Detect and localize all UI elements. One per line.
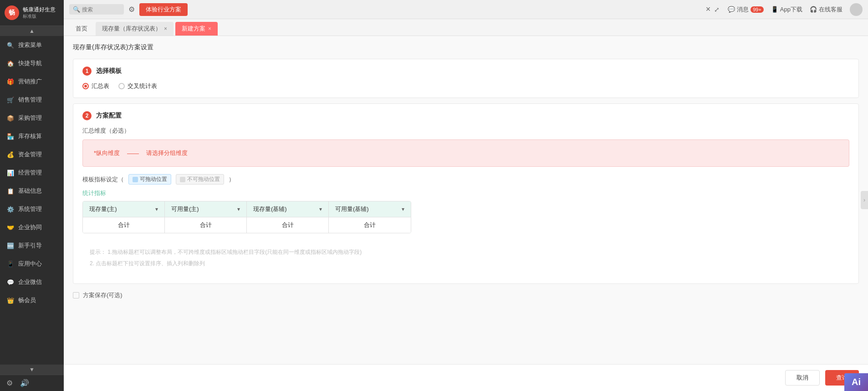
app-download-button[interactable]: 📱 App下载 <box>771 5 802 14</box>
sidebar-item-label: 应用中心 <box>18 260 42 268</box>
sidebar: 畅 畅康通好生意 标准版 ▲ 🔍 搜索菜单 🏠 快捷导航 🎁 营销推广 🛒 销售… <box>0 0 64 391</box>
tab-new-scheme[interactable]: 新建方案 × <box>175 22 218 36</box>
stats-col-label-2: 现存量(基辅) <box>253 205 287 213</box>
warehouse-icon: 🏪 <box>6 132 15 140</box>
dimension-section: 汇总维度（必选） *纵向维度 —— 请选择分组维度 <box>82 127 849 167</box>
sidebar-item-sales[interactable]: 🛒 销售管理 <box>0 91 64 109</box>
phone-icon: 📱 <box>771 6 778 13</box>
dim-vertical-label: *纵向维度 <box>94 149 120 157</box>
chevron-down-icon-0[interactable]: ▾ <box>155 206 158 212</box>
stats-table: 现存量(主) ▾ 合计 可用量(主) ▾ 合计 <box>82 201 411 233</box>
stats-table-header: 现存量(主) ▾ 合计 可用量(主) ▾ 合计 <box>83 201 411 233</box>
topbar-search-box[interactable]: 🔍 <box>69 4 124 15</box>
trial-industry-button[interactable]: 体验行业方案 <box>139 3 188 16</box>
ai-badge[interactable]: Ai <box>844 373 868 391</box>
sidebar-scroll-up[interactable]: ▲ <box>0 26 64 36</box>
radio-label-summary: 汇总表 <box>92 82 109 90</box>
topbar-right: 💬 消息 99+ 📱 App下载 🎧 在线客服 <box>728 3 863 16</box>
gear-icon[interactable]: ⚙ <box>6 379 13 387</box>
sidebar-item-label: 快捷导航 <box>18 59 42 67</box>
fixed-indicator-icon <box>180 177 185 182</box>
step2-header: 2 方案配置 <box>82 111 849 120</box>
sidebar-item-management[interactable]: 📊 经营管理 <box>0 164 64 182</box>
tab-inventory[interactable]: 现存量（库存状况表） × <box>96 22 174 36</box>
indicator-label: 模板指标设定（ 可拖动位置 不可拖动位置 ） <box>82 174 849 185</box>
sidebar-item-label: 采购管理 <box>18 114 42 122</box>
tab-new-scheme-label: 新建方案 <box>182 25 205 33</box>
collab-icon: 🤝 <box>6 223 15 232</box>
window-close-button[interactable]: × <box>706 5 711 14</box>
speaker-icon[interactable]: 🔊 <box>20 379 29 387</box>
app-download-label: App下载 <box>780 5 802 14</box>
chevron-down-icon-1[interactable]: ▾ <box>237 206 240 212</box>
sidebar-item-label: 资金管理 <box>18 150 42 159</box>
stats-col-body-2: 合计 <box>247 217 328 233</box>
topbar: 🔍 ⚙ 体验行业方案 × ⤢ 💬 消息 99+ 📱 App下载 🎧 在线客服 <box>64 0 868 19</box>
stats-col-body-3: 合计 <box>329 217 411 233</box>
apps-icon: 📱 <box>6 260 15 268</box>
stats-col-header-2[interactable]: 现存量(基辅) ▾ <box>247 201 328 217</box>
sidebar-item-guide[interactable]: 🆕 新手引导 <box>0 237 64 255</box>
sidebar-item-label: 库存核算 <box>18 132 42 140</box>
box-icon: 📦 <box>6 114 15 122</box>
sidebar-item-label: 搜索菜单 <box>18 41 42 49</box>
sidebar-item-apps[interactable]: 📱 应用中心 <box>0 255 64 273</box>
step2-number: 2 <box>82 111 92 120</box>
sidebar-item-purchase[interactable]: 📦 采购管理 <box>0 109 64 127</box>
window-expand-button[interactable]: ⤢ <box>714 6 720 13</box>
dim-placeholder[interactable]: 请选择分组维度 <box>146 149 188 157</box>
stats-col-header-3[interactable]: 可用量(基辅) ▾ <box>329 201 411 217</box>
wechat-icon: 💬 <box>6 278 15 286</box>
sidebar-item-search[interactable]: 🔍 搜索菜单 <box>0 36 64 54</box>
main-wrapper: 🔍 ⚙ 体验行业方案 × ⤢ 💬 消息 99+ 📱 App下载 🎧 在线客服 <box>64 0 868 391</box>
sidebar-item-marketing[interactable]: 🎁 营销推广 <box>0 72 64 91</box>
online-service-button[interactable]: 🎧 在线客服 <box>810 5 842 14</box>
sidebar-item-label: 销售管理 <box>18 96 42 104</box>
cancel-button[interactable]: 取消 <box>785 370 820 386</box>
step2-section: 2 方案配置 汇总维度（必选） *纵向维度 —— 请选择分组维度 模板指标设定（ <box>73 103 859 284</box>
tab-new-scheme-close[interactable]: × <box>208 26 211 32</box>
right-collapse-handle[interactable]: › <box>861 191 868 209</box>
dimension-box: *纵向维度 —— 请选择分组维度 <box>82 139 849 167</box>
sidebar-item-system[interactable]: ⚙️ 系统管理 <box>0 200 64 218</box>
tab-home[interactable]: 首页 <box>69 22 94 36</box>
sidebar-item-member[interactable]: 👑 畅会员 <box>0 291 64 309</box>
radio-label-cross: 交叉统计表 <box>128 82 157 90</box>
sidebar-logo: 畅 畅康通好生意 标准版 <box>0 0 64 26</box>
indicator-label-text: 模板指标设定（ <box>82 175 124 184</box>
dimension-section-label: 汇总维度（必选） <box>82 127 849 135</box>
stats-col-header-0[interactable]: 现存量(主) ▾ <box>83 201 164 217</box>
sidebar-item-inventory[interactable]: 🏪 库存核算 <box>0 127 64 145</box>
tab-home-label: 首页 <box>76 25 87 33</box>
badge-movable: 可拖动位置 <box>128 174 171 185</box>
sidebar-item-enterprise[interactable]: 🤝 企业协同 <box>0 218 64 237</box>
badge-movable-label: 可拖动位置 <box>140 175 167 183</box>
sidebar-logo-title: 畅康通好生意 <box>23 6 56 14</box>
badge-fixed: 不可拖动位置 <box>176 174 224 185</box>
sidebar-item-wechat[interactable]: 💬 企业微信 <box>0 273 64 291</box>
stats-col-header-1[interactable]: 可用量(主) ▾ <box>165 201 246 217</box>
message-button[interactable]: 💬 消息 99+ <box>728 5 764 14</box>
gear-settings-icon[interactable]: ⚙ <box>128 5 135 14</box>
sidebar-logo-badge: 标准版 <box>23 13 56 20</box>
radio-cross-table[interactable]: 交叉统计表 <box>118 82 157 90</box>
sidebar-item-finance[interactable]: 💰 资金管理 <box>0 145 64 164</box>
stats-col-label-3: 可用量(基辅) <box>335 205 369 213</box>
tab-inventory-close[interactable]: × <box>164 26 167 32</box>
save-checkbox[interactable] <box>73 292 79 298</box>
sidebar-scroll-down[interactable]: ▼ <box>0 365 64 375</box>
stats-col-1: 可用量(主) ▾ 合计 <box>165 201 247 233</box>
user-avatar[interactable] <box>850 3 863 16</box>
stats-col-0: 现存量(主) ▾ 合计 <box>83 201 165 233</box>
footer-buttons: 取消 查询 <box>64 364 868 391</box>
chevron-down-icon-2[interactable]: ▾ <box>319 206 322 212</box>
sidebar-item-nav[interactable]: 🏠 快捷导航 <box>0 54 64 72</box>
chevron-down-icon-3[interactable]: ▾ <box>402 206 404 212</box>
sidebar-item-basic-info[interactable]: 📋 基础信息 <box>0 182 64 200</box>
tip-2: 2. 点击标题栏下拉可设置排序、插入列和删除列 <box>90 259 842 268</box>
stats-title: 统计指标 <box>82 189 849 197</box>
tips-section: 提示： 1.拖动标题栏可以调整布局，不可跨维度或指标区域拖动栏目字段(只能在同一… <box>82 242 849 276</box>
radio-summary-table[interactable]: 汇总表 <box>82 82 109 90</box>
search-input[interactable] <box>82 6 118 13</box>
stats-section: 统计指标 现存量(主) ▾ 合计 <box>82 189 849 233</box>
